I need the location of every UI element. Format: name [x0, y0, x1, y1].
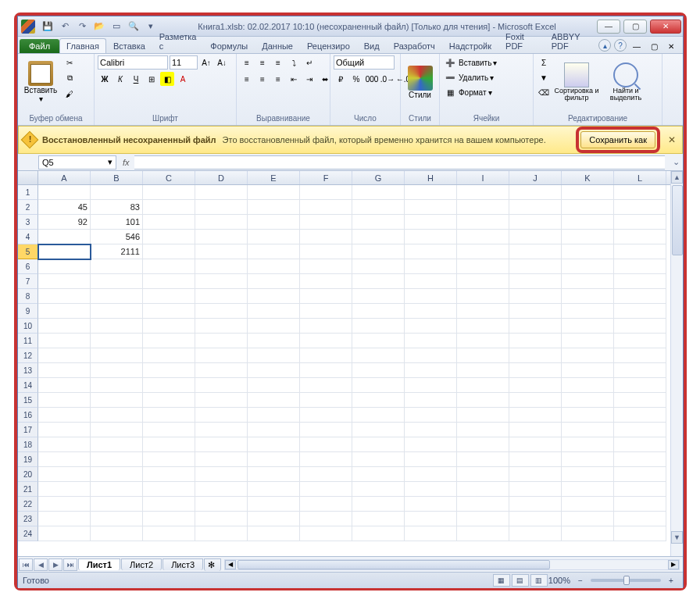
row-header[interactable]: 8 [18, 289, 38, 304]
cell[interactable] [143, 393, 195, 408]
cell[interactable] [457, 393, 509, 408]
doc-minimize-button[interactable]: — [630, 39, 644, 53]
row-header[interactable]: 16 [18, 408, 38, 423]
scroll-left-icon[interactable]: ◀ [225, 560, 236, 569]
name-box[interactable]: Q5 ▾ [38, 155, 116, 169]
cell[interactable] [91, 526, 143, 541]
cell[interactable] [614, 393, 666, 408]
cell[interactable] [405, 304, 457, 319]
cell[interactable] [300, 319, 352, 334]
prev-sheet-icon[interactable]: ◀ [34, 558, 48, 571]
cell[interactable] [143, 289, 195, 304]
vertical-scroll-thumb[interactable] [672, 185, 683, 255]
cell[interactable] [248, 526, 300, 541]
row-header[interactable]: 18 [18, 437, 38, 452]
cell[interactable] [300, 334, 352, 348]
cell[interactable] [352, 289, 405, 304]
cell[interactable] [562, 423, 614, 437]
cell[interactable] [143, 215, 195, 230]
cell[interactable] [352, 497, 405, 512]
cell[interactable] [509, 334, 562, 348]
cell[interactable] [248, 482, 300, 497]
cell[interactable] [248, 334, 300, 348]
cell[interactable] [457, 423, 509, 437]
redo-icon[interactable]: ↷ [74, 19, 90, 34]
cell[interactable] [509, 215, 562, 230]
cell[interactable] [300, 467, 352, 482]
cell[interactable] [352, 526, 405, 541]
cut-icon[interactable]: ✂ [62, 55, 77, 70]
cell[interactable] [195, 230, 248, 244]
cell[interactable] [38, 393, 91, 408]
cell[interactable] [195, 259, 248, 274]
cell[interactable] [352, 244, 405, 259]
cell[interactable] [457, 497, 509, 512]
cell[interactable] [300, 274, 352, 289]
cell[interactable] [38, 274, 91, 289]
cell[interactable]: 45 [38, 200, 91, 215]
column-header[interactable]: H [405, 171, 457, 184]
cell[interactable] [143, 259, 195, 274]
cell[interactable] [352, 304, 405, 319]
row-header[interactable]: 12 [18, 348, 38, 363]
row-header[interactable]: 24 [18, 526, 38, 541]
cell[interactable] [38, 304, 91, 319]
horizontal-scrollbar[interactable]: ◀ ▶ [224, 559, 680, 570]
cell[interactable] [91, 304, 143, 319]
font-name-select[interactable] [98, 55, 168, 70]
cell[interactable]: 92 [38, 215, 91, 230]
cell[interactable] [352, 274, 405, 289]
cell[interactable] [509, 423, 562, 437]
cell[interactable] [562, 393, 614, 408]
cell[interactable] [457, 378, 509, 393]
zoom-level[interactable]: 100% [548, 576, 570, 585]
cell[interactable] [352, 348, 405, 363]
cell[interactable] [248, 452, 300, 467]
cell[interactable] [405, 482, 457, 497]
number-format-select[interactable] [334, 55, 395, 70]
cell[interactable] [91, 274, 143, 289]
increase-decimal-icon[interactable]: .0→ [380, 72, 395, 86]
cell[interactable] [509, 304, 562, 319]
cell[interactable] [91, 319, 143, 334]
cell[interactable] [38, 437, 91, 452]
cell[interactable] [509, 437, 562, 452]
row-header[interactable]: 22 [18, 497, 38, 512]
cell[interactable] [614, 289, 666, 304]
cell[interactable] [143, 319, 195, 334]
cell[interactable] [405, 452, 457, 467]
cell[interactable] [352, 259, 405, 274]
zoom-in-icon[interactable]: + [664, 573, 678, 587]
column-header[interactable]: L [614, 171, 666, 184]
column-header[interactable]: B [91, 171, 143, 184]
cell[interactable] [457, 244, 509, 259]
cell[interactable] [300, 348, 352, 363]
row-header[interactable]: 21 [18, 482, 38, 497]
row-header[interactable]: 4 [18, 230, 38, 244]
cell[interactable] [562, 200, 614, 215]
cell[interactable] [143, 378, 195, 393]
column-header[interactable]: F [300, 171, 352, 184]
tab-abbyy[interactable]: ABBYY PDF [545, 29, 598, 53]
cell[interactable] [143, 200, 195, 215]
cell[interactable] [352, 363, 405, 378]
cell[interactable] [509, 185, 562, 200]
cell[interactable] [457, 437, 509, 452]
tab-view[interactable]: Вид [357, 38, 387, 53]
cell[interactable] [143, 348, 195, 363]
align-left-icon[interactable]: ≡ [240, 72, 254, 86]
align-middle-icon[interactable]: ≡ [255, 55, 270, 70]
row-header[interactable]: 20 [18, 467, 38, 482]
cell[interactable] [562, 185, 614, 200]
percent-icon[interactable]: % [349, 72, 363, 86]
cell[interactable] [562, 230, 614, 244]
preview-icon[interactable]: 🔍 [126, 19, 141, 34]
minimize-button[interactable]: — [597, 20, 620, 34]
row-header[interactable]: 7 [18, 274, 38, 289]
underline-button[interactable]: Ч [129, 72, 143, 86]
maximize-button[interactable]: ▢ [623, 20, 647, 34]
autosum-icon[interactable]: Σ [537, 55, 551, 70]
orientation-icon[interactable]: ⤵ [287, 55, 301, 70]
row-header[interactable]: 1 [18, 185, 38, 200]
row-header[interactable]: 6 [18, 259, 38, 274]
